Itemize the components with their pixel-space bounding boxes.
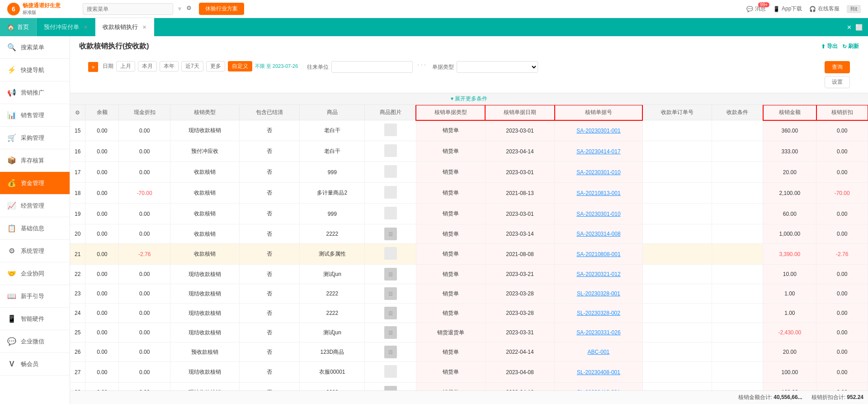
cell-product: 999 <box>300 162 365 183</box>
sidebar-item-collab[interactable]: 🤝 企业协同 <box>0 262 70 285</box>
home-icon: 🏠 <box>7 24 14 31</box>
bill-no-link[interactable]: SA-20230321-012 <box>576 271 620 277</box>
cell-write-off-amount: 360.00 <box>763 120 816 141</box>
bill-no-link[interactable]: SA-20230301-010 <box>576 169 620 176</box>
bill-no-link[interactable]: SA-20230301-001 <box>576 128 620 134</box>
user-avatar[interactable]: Rit <box>847 5 861 13</box>
cell-cash-discount: 0.00 <box>119 224 170 244</box>
online-service-btn[interactable]: 🎧 在线客服 <box>809 5 840 13</box>
cell-rownum: 21 <box>70 244 85 265</box>
date-last-7days[interactable]: 近7天 <box>181 61 203 71</box>
expand-more-bar[interactable]: ▾ 展开更多条件 <box>70 93 868 105</box>
cell-bill-no[interactable]: SA-20230301-010 <box>555 204 643 224</box>
bill-no-link[interactable]: SL-20230408-001 <box>577 369 620 375</box>
bill-no-link[interactable]: SL-20230328-002 <box>577 310 620 316</box>
cell-bill-type: 销货单 <box>416 383 485 391</box>
cell-balance: 0.00 <box>85 141 119 162</box>
date-last-month[interactable]: 上月 <box>116 61 135 71</box>
sidebar-item-quicknav[interactable]: ⚡ 快捷导航 <box>0 59 70 81</box>
table-container[interactable]: ⚙ 余额 现金折扣 核销类型 包含已结清 商品 商品图片 核销单据类型 核销单据… <box>70 105 868 390</box>
sidebar-item-search[interactable]: 🔍 搜索菜单 <box>0 36 70 59</box>
maximize-btn[interactable]: ⬜ <box>855 24 863 31</box>
tab-write-off[interactable]: 收款核销执行 ✕ <box>95 18 154 36</box>
cell-receipt-order-no <box>642 141 712 162</box>
sidebar-item-purchase[interactable]: 🛒 采购管理 <box>0 127 70 149</box>
bill-no-link[interactable]: SA-20230331-026 <box>576 329 620 336</box>
app-download-btn[interactable]: 📱 App下载 <box>773 5 802 13</box>
sidebar-item-wechat[interactable]: 💬 企业微信 <box>0 330 70 353</box>
cell-product-image <box>365 183 416 204</box>
cell-bill-no[interactable]: SL-20230328-001 <box>555 284 643 304</box>
bill-no-link[interactable]: SA-20230314-008 <box>576 231 620 237</box>
tab-prepay[interactable]: 预付冲应付单 ✕ <box>37 18 95 36</box>
cell-bill-no[interactable]: SL-20230328-002 <box>555 304 643 323</box>
cell-bill-no[interactable]: SA-20230414-017 <box>555 141 643 162</box>
refresh-btn[interactable]: ↻ 刷新 <box>842 43 859 50</box>
main-layout: 🔍 搜索菜单 ⚡ 快捷导航 📢 营销推广 📊 销售管理 🛒 采购管理 📦 库存核… <box>0 36 868 404</box>
footer-discount-value: 952.24 <box>847 394 863 400</box>
cell-bill-no[interactable]: SA-20230301-010 <box>555 162 643 183</box>
tab-home[interactable]: 🏠 首页 <box>0 18 37 36</box>
cell-write-off-type: 收款核销 <box>170 204 239 224</box>
cell-receipt-order-no <box>642 204 712 224</box>
cell-write-off-type: 收款核销 <box>170 244 239 265</box>
table-row: 25 0.00 0.00 现结收款核销 否 测试jun 🖼 销货退货单 2023… <box>70 323 868 342</box>
sidebar-item-basic[interactable]: 📋 基础信息 <box>0 217 70 240</box>
cell-receipt-order-no <box>642 244 712 265</box>
bill-no-link[interactable]: SA-20210808-001 <box>576 251 620 257</box>
industry-btn[interactable]: 休验行业方案 <box>199 3 244 15</box>
cell-bill-no[interactable]: SA-20210813-001 <box>555 183 643 204</box>
sidebar-item-marketing[interactable]: 📢 营销推广 <box>0 81 70 104</box>
sidebar-item-finance[interactable]: 💰 资金管理 <box>0 172 70 195</box>
top-search-input[interactable] <box>83 3 173 15</box>
cell-write-off-type: 预付冲应收 <box>170 141 239 162</box>
member-icon: V <box>7 360 16 369</box>
cell-bill-no[interactable]: SL-20230408-001 <box>555 362 643 383</box>
sidebar-item-member[interactable]: V 畅会员 <box>0 353 70 375</box>
product-image <box>384 365 397 378</box>
cell-bill-no[interactable]: SA-20230321-012 <box>555 265 643 284</box>
cell-rownum: 24 <box>70 304 85 323</box>
cell-bill-type: 销货单 <box>416 244 485 265</box>
tab-write-off-close[interactable]: ✕ <box>142 24 146 30</box>
sidebar-item-inventory[interactable]: 📦 库存核算 <box>0 149 70 172</box>
date-more[interactable]: 更多 <box>206 61 225 71</box>
bill-no-link[interactable]: SA-20210813-001 <box>576 190 620 196</box>
sidebar-item-guide[interactable]: 📖 新手引导 <box>0 285 70 308</box>
gear-icon[interactable]: ⚙ <box>186 5 195 14</box>
bill-no-link[interactable]: SL-20230328-001 <box>577 290 620 297</box>
cell-bill-no[interactable]: SA-20230314-008 <box>555 224 643 244</box>
footer-discount: 核销折扣合计: 952.24 <box>811 394 863 401</box>
query-btn[interactable]: 查询 <box>825 61 850 73</box>
sidebar-item-hardware[interactable]: 📱 智能硬件 <box>0 308 70 330</box>
cell-bill-no[interactable]: SL-20230418-001 <box>555 383 643 391</box>
date-this-month[interactable]: 本月 <box>138 61 157 71</box>
product-image <box>384 144 397 157</box>
footer-amount-value: 40,556,66... <box>774 394 802 400</box>
sidebar-item-system[interactable]: ⚙ 系统管理 <box>0 240 70 262</box>
export-btn[interactable]: ⬆ 导出 <box>821 43 838 50</box>
cell-bill-date: 2021-08-08 <box>485 244 554 265</box>
message-btn[interactable]: 💬 消息 99+ <box>746 5 766 13</box>
bill-no-link[interactable]: SA-20230414-017 <box>576 148 620 155</box>
bill-no-link[interactable]: ABC-001 <box>588 349 610 355</box>
receipt-type-select[interactable] <box>457 61 538 73</box>
cell-bill-no[interactable]: ABC-001 <box>555 342 643 362</box>
filter-expand-arrow[interactable]: » <box>88 62 98 72</box>
sidebar-item-sales[interactable]: 📊 销售管理 <box>0 104 70 127</box>
setting-btn[interactable]: 设置 <box>825 76 850 88</box>
col-settings[interactable]: ⚙ <box>70 105 85 120</box>
cell-product-image: 🖼 <box>365 342 416 362</box>
cell-bill-no[interactable]: SA-20230301-001 <box>555 120 643 141</box>
close-window-btn[interactable]: ✕ <box>847 24 852 31</box>
bill-no-link[interactable]: SA-20230301-010 <box>576 211 620 217</box>
counterpart-input[interactable] <box>331 61 413 73</box>
date-this-year[interactable]: 本年 <box>160 61 179 71</box>
sidebar-item-operations[interactable]: 📈 经营管理 <box>0 195 70 217</box>
cell-bill-no[interactable]: SA-20230331-026 <box>555 323 643 342</box>
date-custom[interactable]: 自定义 <box>228 61 252 71</box>
marketing-icon: 📢 <box>7 88 16 97</box>
cell-bill-no[interactable]: SA-20210808-001 <box>555 244 643 265</box>
content-area: 收款核销执行(按收款) ⬆ 导出 ↻ 刷新 » <box>70 36 868 404</box>
tab-prepay-close[interactable]: ✕ <box>84 24 88 30</box>
